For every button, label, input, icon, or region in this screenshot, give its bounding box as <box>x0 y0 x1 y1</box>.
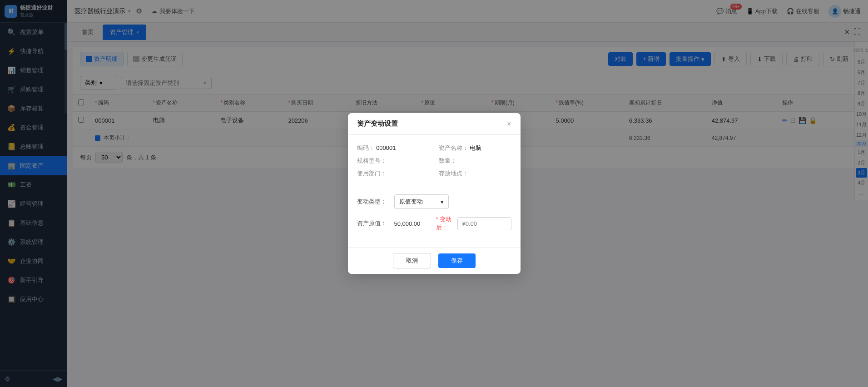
change-type-label: 变动类型： <box>357 198 389 206</box>
change-type-arrow-icon: ▾ <box>441 198 444 205</box>
after-label: * 变动后： <box>436 215 452 232</box>
after-value-input[interactable] <box>457 217 511 230</box>
modal-close-icon[interactable]: × <box>507 120 511 128</box>
modal-spec-item: 规格型号： <box>357 157 430 165</box>
cancel-label: 取消 <box>406 257 418 264</box>
original-value-static: 50,000.00 <box>394 220 431 227</box>
modal-location-item: 存放地点： <box>439 169 511 178</box>
value-row: 资产原值： 50,000.00 * 变动后： <box>357 215 511 232</box>
modal-divider <box>357 186 511 186</box>
modal-code-value: 000001 <box>376 144 396 151</box>
modal-overlay[interactable]: 资产变动设置 × 编码： 000001 资产名称： 电脑 规格型号： 数量： <box>0 0 868 387</box>
modal-title: 资产变动设置 <box>357 119 398 128</box>
modal-dept-item: 使用部门： <box>357 169 430 178</box>
modal-spec-label: 规格型号： <box>357 157 387 164</box>
modal-name-item: 资产名称： 电脑 <box>439 144 511 152</box>
modal-dept-label: 使用部门： <box>357 170 387 177</box>
modal-name-value: 电脑 <box>470 144 481 151</box>
modal-quantity-label: 数量： <box>439 157 456 164</box>
asset-change-modal: 资产变动设置 × 编码： 000001 资产名称： 电脑 规格型号： 数量： <box>348 113 521 274</box>
modal-info-grid: 编码： 000001 资产名称： 电脑 规格型号： 数量： 使用部门： <box>357 144 511 178</box>
modal-footer: 取消 保存 <box>348 247 521 274</box>
original-value-label: 资产原值： <box>357 219 389 228</box>
save-btn[interactable]: 保存 <box>438 253 476 268</box>
modal-location-label: 存放地点： <box>439 170 468 177</box>
change-type-row: 变动类型： 原值变动 ▾ <box>357 194 511 209</box>
modal-code-label: 编码： <box>357 144 375 151</box>
modal-body: 编码： 000001 资产名称： 电脑 规格型号： 数量： 使用部门： <box>348 135 521 247</box>
change-type-value: 原值变动 <box>399 198 423 206</box>
modal-quantity-item: 数量： <box>439 157 511 165</box>
save-label: 保存 <box>451 257 463 264</box>
modal-header: 资产变动设置 × <box>348 113 521 135</box>
change-type-select[interactable]: 原值变动 ▾ <box>394 194 449 209</box>
cancel-btn[interactable]: 取消 <box>393 253 431 268</box>
modal-name-label: 资产名称： <box>439 144 468 151</box>
modal-code-item: 编码： 000001 <box>357 144 430 152</box>
